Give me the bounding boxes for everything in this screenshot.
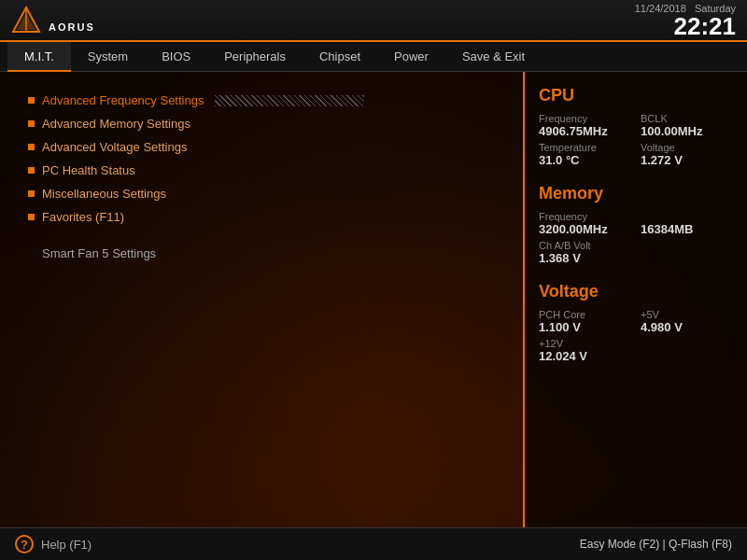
brand-name: AORUS — [49, 21, 95, 33]
voltage-info-grid: PCH Core 1.100 V +5V 4.980 V — [539, 309, 733, 334]
menu-label-miscellaneous: Miscellaneous Settings — [42, 187, 166, 201]
menu-item-advanced-voltage[interactable]: Advanced Voltage Settings — [28, 137, 504, 157]
nav-item-chipset[interactable]: Chipset — [303, 42, 377, 72]
menu-item-miscellaneous[interactable]: Miscellaneous Settings — [28, 184, 504, 203]
bottom-bar: ? Help (F1) Easy Mode (F2) | Q-Flash (F8… — [0, 527, 747, 560]
cpu-section-title: CPU — [539, 86, 733, 105]
time-display: 22:21 — [635, 14, 736, 38]
screen: AORUS 11/24/2018 Saturday 22:21 M.I.T. S… — [0, 0, 747, 560]
plus12v-label: +12V — [539, 338, 733, 349]
plus5v-value: 4.980 V — [641, 320, 733, 334]
voltage-section-title: Voltage — [539, 282, 733, 301]
nav-item-save-exit[interactable]: Save & Exit — [445, 42, 542, 72]
cpu-frequency-label: Frequency — [539, 113, 631, 124]
nav-item-power[interactable]: Power — [377, 42, 445, 72]
help-label: Help (F1) — [41, 538, 92, 552]
memory-info-grid: Frequency 3200.00MHz 16384MB — [539, 211, 733, 236]
logo-area: AORUS — [11, 6, 95, 35]
navbar: M.I.T. System BIOS Peripherals Chipset P… — [0, 42, 747, 72]
menu-label-pc-health: PC Health Status — [42, 163, 135, 177]
cpu-info-grid: Frequency 4906.75MHz BCLK 100.00MHz Temp… — [539, 113, 733, 167]
menu-bullet — [28, 214, 35, 220]
cpu-voltage-value: 1.272 V — [641, 153, 733, 167]
plus12v-area: +12V 12.024 V — [539, 338, 733, 363]
shortcuts-text: Easy Mode (F2) | Q-Flash (F8) — [580, 538, 732, 551]
menu-bullet — [28, 167, 35, 174]
menu-item-smart-fan[interactable]: Smart Fan 5 Settings — [28, 244, 504, 263]
nav-item-bios[interactable]: BIOS — [145, 42, 207, 72]
cpu-temperature-value: 31.0 °C — [539, 153, 631, 167]
menu-item-advanced-frequency[interactable]: Advanced Frequency Settings — [28, 91, 504, 110]
pch-core-label: PCH Core — [539, 309, 631, 320]
right-info-panel: CPU Frequency 4906.75MHz BCLK 100.00MHz … — [523, 72, 747, 527]
plus5v-label: +5V — [641, 309, 733, 320]
menu-spacer — [28, 231, 504, 240]
plus12v-value: 12.024 V — [539, 349, 733, 363]
nav-item-mit[interactable]: M.I.T. — [7, 42, 71, 72]
menu-label-favorites: Favorites (F11) — [42, 210, 124, 224]
nav-item-system[interactable]: System — [71, 42, 145, 72]
cpu-bclk-label: BCLK — [641, 113, 733, 124]
memory-size-value: 16384MB — [641, 222, 733, 236]
menu-item-favorites[interactable]: Favorites (F11) — [28, 207, 504, 227]
shortcut-area: Easy Mode (F2) | Q-Flash (F8) — [580, 538, 732, 551]
menu-label-advanced-voltage: Advanced Voltage Settings — [42, 140, 187, 154]
menu-item-advanced-memory[interactable]: Advanced Memory Settings — [28, 114, 504, 133]
memory-chab-value: 1.368 V — [539, 251, 733, 265]
help-icon: ? — [15, 535, 34, 553]
menu-label-advanced-frequency: Advanced Frequency Settings — [42, 93, 204, 107]
nav-item-peripherals[interactable]: Peripherals — [207, 42, 303, 72]
memory-frequency-value: 3200.00MHz — [539, 222, 631, 236]
memory-size-label — [641, 211, 733, 222]
left-panel: Advanced Frequency Settings Advanced Mem… — [0, 72, 523, 527]
cpu-temperature-label: Temperature — [539, 142, 631, 153]
cpu-frequency-value: 4906.75MHz — [539, 124, 631, 138]
datetime-display: 11/24/2018 Saturday 22:21 — [635, 3, 736, 38]
cpu-section: CPU Frequency 4906.75MHz BCLK 100.00MHz … — [539, 86, 733, 167]
memory-chab-area: Ch A/B Volt 1.368 V — [539, 240, 733, 265]
main-content: Advanced Frequency Settings Advanced Mem… — [0, 72, 747, 527]
aorus-logo-icon — [11, 6, 41, 35]
menu-bullet — [28, 144, 35, 150]
menu-bullet — [28, 120, 35, 127]
menu-bullet — [28, 97, 35, 104]
voltage-section: Voltage PCH Core 1.100 V +5V 4.980 V +12… — [539, 282, 733, 363]
memory-section: Memory Frequency 3200.00MHz 16384MB Ch A… — [539, 184, 733, 265]
memory-frequency-label: Frequency — [539, 211, 631, 222]
memory-chab-label: Ch A/B Volt — [539, 240, 733, 251]
cpu-bclk-value: 100.00MHz — [641, 124, 733, 138]
memory-section-title: Memory — [539, 184, 733, 203]
menu-bullet — [28, 190, 35, 197]
menu-item-pc-health[interactable]: PC Health Status — [28, 161, 504, 180]
menu-label-advanced-memory: Advanced Memory Settings — [42, 117, 190, 131]
cpu-voltage-label: Voltage — [641, 142, 733, 153]
help-area: ? Help (F1) — [15, 535, 92, 553]
pch-core-value: 1.100 V — [539, 320, 631, 334]
active-hatching — [215, 95, 364, 106]
header: AORUS 11/24/2018 Saturday 22:21 — [0, 0, 747, 42]
